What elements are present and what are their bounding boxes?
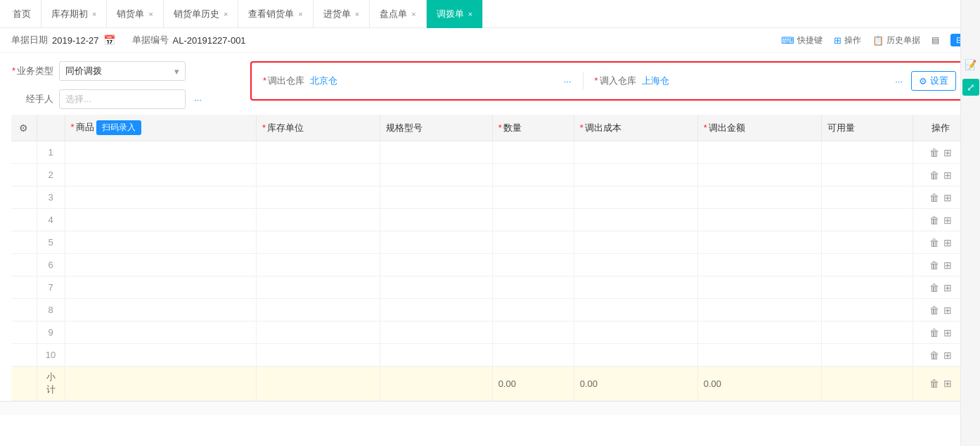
row-settings-cell [11, 276, 37, 299]
row-num-cell: 3 [37, 186, 65, 209]
delete-icon[interactable]: 🗑 [929, 260, 939, 271]
tab-sales-history-label: 销货单历史 [174, 8, 219, 20]
calendar-icon[interactable]: 📅 [103, 34, 115, 46]
delete-icon[interactable]: 🗑 [929, 327, 939, 338]
business-type-select[interactable]: 同价调拨 ▾ [59, 61, 186, 81]
table-settings-icon[interactable]: ⚙ [19, 122, 28, 134]
shortcuts-button[interactable]: ⌨ 快捷键 [781, 34, 823, 46]
tab-sales-order[interactable]: 销货单 × [107, 0, 163, 28]
tab-transfer-label: 调拨单 [437, 8, 464, 20]
row-settings-cell [11, 344, 37, 367]
order-number-field: 单据编号 AL-20191227-001 [132, 34, 246, 46]
copy-icon[interactable]: ⊞ [943, 327, 952, 338]
row-product-cell[interactable] [65, 299, 256, 321]
delete-icon[interactable]: 🗑 [929, 350, 939, 361]
layout-button-1[interactable]: ▤ [931, 35, 939, 45]
row-product-cell[interactable] [65, 254, 256, 276]
sidebar-expand-icon[interactable]: ⤢ [962, 79, 979, 96]
tab-sales-history[interactable]: 销货单历史 × [164, 0, 238, 28]
table-row: 1 🗑 ⊞ [11, 141, 969, 164]
row-available-cell [821, 276, 913, 299]
handler-select[interactable]: 选择... [59, 89, 186, 109]
copy-icon[interactable]: ⊞ [943, 215, 952, 226]
row-available-cell [821, 321, 913, 344]
row-amount-cell [697, 276, 821, 299]
delete-icon[interactable]: 🗑 [929, 378, 939, 389]
delete-icon[interactable]: 🗑 [929, 215, 939, 226]
tab-inventory-check-label: 盘点单 [380, 8, 407, 20]
business-type-value: 同价调拨 [65, 65, 102, 77]
handler-more-icon[interactable]: ··· [194, 94, 202, 105]
row-product-cell[interactable] [65, 344, 256, 367]
tab-inventory-init-close[interactable]: × [92, 10, 96, 18]
row-product-cell[interactable] [65, 164, 256, 186]
row-spec-cell [380, 209, 493, 231]
warehouse-out-value[interactable]: 北京仓 [310, 75, 337, 87]
row-quantity-cell [492, 164, 574, 186]
copy-icon[interactable]: ⊞ [943, 350, 952, 361]
warehouse-in-value[interactable]: 上海仓 [642, 75, 669, 87]
copy-icon[interactable]: ⊞ [943, 282, 952, 293]
row-available-cell [821, 254, 913, 276]
tab-home[interactable]: 首页 [6, 0, 41, 28]
tab-inventory-check-close[interactable]: × [411, 10, 415, 18]
copy-icon[interactable]: ⊞ [943, 305, 952, 316]
bottom-scrollbar[interactable] [0, 401, 980, 415]
scan-button[interactable]: 扫码录入 [96, 120, 141, 135]
delete-icon[interactable]: 🗑 [929, 237, 939, 248]
table-row: 10 🗑 ⊞ [11, 344, 969, 367]
tab-sales-history-close[interactable]: × [224, 10, 228, 18]
tab-purchase[interactable]: 进货单 × [314, 0, 370, 28]
copy-icon[interactable]: ⊞ [943, 237, 952, 248]
row-num-cell: 2 [37, 164, 65, 186]
tab-purchase-close[interactable]: × [355, 10, 359, 18]
copy-icon[interactable]: ⊞ [943, 170, 952, 181]
tab-view-sales-close[interactable]: × [298, 10, 302, 18]
copy-icon[interactable]: ⊞ [943, 260, 952, 271]
settings-button[interactable]: ⚙ 设置 [911, 71, 956, 91]
row-spec-cell [380, 299, 493, 321]
warehouse-out-more-icon[interactable]: ··· [564, 76, 572, 87]
date-field: 单据日期 2019-12-27 📅 [11, 34, 115, 46]
form-area: *业务类型 同价调拨 ▾ 经手人 选择... ··· *调出仓库 北京仓 ··· [0, 53, 980, 115]
row-product-cell[interactable] [65, 231, 256, 254]
row-quantity-cell [492, 321, 574, 344]
tab-purchase-label: 进货单 [323, 8, 351, 20]
settings-gear-icon: ⚙ [919, 76, 927, 87]
row-settings-cell [11, 141, 37, 164]
subtotal-num-cell: 小计 [37, 367, 65, 401]
warehouse-out-label: *调出仓库 [263, 75, 304, 87]
operations-button[interactable]: ⊞ 操作 [834, 34, 861, 46]
transfer-table: ⚙ *商品 扫码录入 *库存单位 规格型号 *数量 *调出成本 * [11, 115, 969, 401]
tab-view-sales[interactable]: 查看销货单 × [238, 0, 313, 28]
row-product-cell[interactable] [65, 141, 256, 164]
copy-icon[interactable]: ⊞ [943, 378, 952, 389]
row-spec-cell [380, 321, 493, 344]
delete-icon[interactable]: 🗑 [929, 282, 939, 293]
th-quantity: *数量 [492, 115, 574, 141]
row-settings-cell [11, 254, 37, 276]
th-settings[interactable]: ⚙ [11, 115, 37, 141]
copy-icon[interactable]: ⊞ [943, 147, 952, 158]
tab-sales-order-close[interactable]: × [148, 10, 153, 18]
row-product-cell[interactable] [65, 209, 256, 231]
delete-icon[interactable]: 🗑 [929, 305, 939, 316]
delete-icon[interactable]: 🗑 [929, 192, 939, 203]
copy-icon[interactable]: ⊞ [943, 192, 952, 203]
th-cost: *调出成本 [574, 115, 697, 141]
warehouse-in-more-icon[interactable]: ··· [895, 76, 903, 87]
date-value[interactable]: 2019-12-27 [52, 35, 99, 46]
row-cost-cell [574, 209, 697, 231]
history-button[interactable]: 📋 历史单据 [872, 34, 920, 46]
tab-transfer[interactable]: 调拨单 × [427, 0, 483, 28]
tab-transfer-close[interactable]: × [468, 10, 472, 18]
row-product-cell[interactable] [65, 321, 256, 344]
sidebar-notes-icon[interactable]: 📝 [962, 56, 979, 73]
delete-icon[interactable]: 🗑 [929, 170, 939, 181]
tab-inventory-check[interactable]: 盘点单 × [370, 0, 426, 28]
tab-inventory-init[interactable]: 库存期初 × [41, 0, 107, 28]
delete-icon[interactable]: 🗑 [929, 147, 939, 158]
table-header-row: ⚙ *商品 扫码录入 *库存单位 规格型号 *数量 *调出成本 * [11, 115, 969, 141]
row-product-cell[interactable] [65, 186, 256, 209]
row-product-cell[interactable] [65, 276, 256, 299]
